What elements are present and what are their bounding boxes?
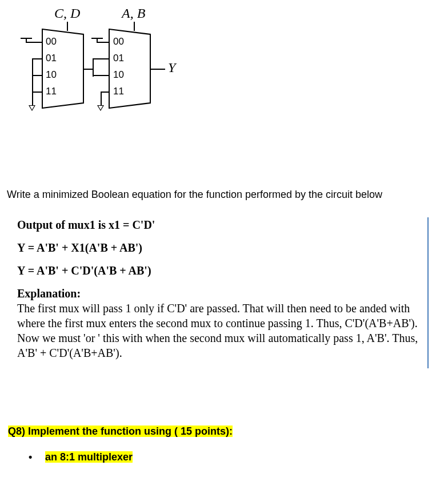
- question-text: Write a minimized Boolean equation for t…: [7, 189, 431, 201]
- wire: [32, 75, 42, 76]
- wire: [26, 42, 42, 43]
- wire: [150, 69, 165, 70]
- explanation-heading: Explanation:: [17, 287, 81, 300]
- answer-line-2: Y = A'B' + X1(A'B + AB'): [17, 240, 423, 255]
- mux1-input-10: 10: [46, 69, 57, 81]
- wire: [32, 58, 33, 105]
- mux2-select-label: A, B: [122, 6, 145, 21]
- ground-icon-fill: [30, 106, 34, 110]
- wire: [97, 42, 109, 43]
- q8-block: Q8) Implement the function using ( 15 po…: [8, 426, 419, 463]
- q8-bullet-text: an 8:1 multiplexer: [45, 451, 133, 463]
- output-label: Y: [168, 60, 175, 75]
- mux1-select-label: C, D: [54, 6, 80, 21]
- wire: [67, 22, 68, 31]
- answer-line-1: Output of mux1 is x1 = C'D': [17, 217, 423, 232]
- mux2-input-10: 10: [113, 69, 124, 81]
- wire: [101, 92, 102, 105]
- explanation: Explanation: The first mux will pass 1 o…: [17, 286, 423, 360]
- mux2-input-00: 00: [113, 36, 124, 47]
- wire: [134, 22, 135, 31]
- wire: [32, 92, 42, 93]
- wire: [83, 69, 93, 70]
- q8-bullet-line: • an 8:1 multiplexer: [29, 451, 419, 463]
- bullet-icon: •: [29, 451, 42, 463]
- mux2-input-11: 11: [113, 86, 124, 97]
- wire: [93, 58, 94, 77]
- mux1-input-01: 01: [46, 53, 57, 64]
- q8-heading: Q8) Implement the function using ( 15 po…: [8, 426, 233, 437]
- wire: [93, 75, 109, 76]
- mux2-input-01: 01: [113, 53, 124, 64]
- wire: [93, 58, 109, 59]
- ground-icon-fill: [98, 106, 103, 110]
- wire: [32, 58, 42, 59]
- answer-block: Output of mux1 is x1 = C'D' Y = A'B' + X…: [17, 217, 429, 368]
- circuit-diagram: C, D A, B 00 01 10 11 00 01 10 11 Y: [10, 6, 216, 120]
- mux1-input-00: 00: [46, 36, 57, 47]
- answer-line-3: Y = A'B' + C'D'(A'B + AB'): [17, 263, 423, 278]
- wire: [101, 92, 109, 93]
- explanation-body-2: Now we must 'or ' this with when the sec…: [17, 332, 418, 359]
- mux1-input-11: 11: [46, 86, 57, 97]
- explanation-body-1: The first mux will pass 1 only if C'D' a…: [17, 302, 418, 329]
